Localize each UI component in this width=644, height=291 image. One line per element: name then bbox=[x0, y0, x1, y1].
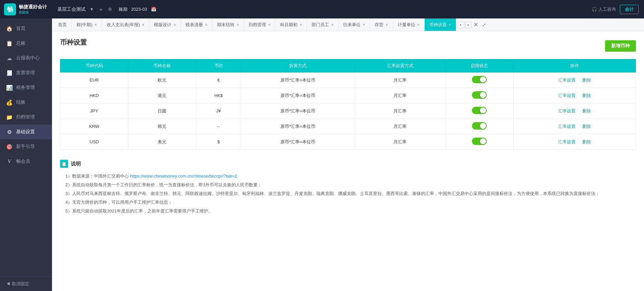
tab-template[interactable]: 模版设计 × bbox=[149, 18, 181, 31]
cell-name: 美元 bbox=[128, 134, 196, 150]
tab-prev-btn[interactable]: ‹ bbox=[458, 21, 464, 28]
sidebar-item-guide[interactable]: 🎯 新手引导 bbox=[0, 139, 52, 154]
guide-icon: 🎯 bbox=[6, 143, 13, 150]
toggle-enabled[interactable] bbox=[472, 107, 487, 114]
cell-code: HKD bbox=[60, 88, 128, 103]
sidebar-item-closing[interactable]: 💰 结账 bbox=[0, 95, 52, 110]
tab-contacts[interactable]: 往来单位 × bbox=[338, 18, 370, 31]
table-row: HKD 港元 HK$ 原币*汇率=本位币 月汇率 汇率设置 删除 bbox=[60, 88, 636, 103]
tab-close-template[interactable]: × bbox=[173, 22, 176, 27]
tab-close-financial-mid[interactable]: × bbox=[95, 22, 97, 27]
consult-button[interactable]: 🎧 人工咨询 bbox=[592, 6, 616, 12]
add-currency-button[interactable]: 新增币种 bbox=[605, 40, 636, 52]
toggle-enabled[interactable] bbox=[472, 91, 487, 99]
topbar-right: 🎧 人工咨询 会计 bbox=[592, 5, 639, 14]
tab-close-currency[interactable]: × bbox=[449, 22, 451, 27]
tab-archive[interactable]: 归档管理 × bbox=[244, 18, 275, 31]
headset-icon: 🎧 bbox=[592, 7, 597, 12]
cell-rate-type: 月汇率 bbox=[355, 88, 445, 103]
delete-link[interactable]: 删除 bbox=[582, 108, 591, 113]
notes-list: 1）数据来源：中国外汇交易中心 https://www.chinamoney.c… bbox=[60, 172, 636, 215]
tab-financial-mid[interactable]: 财(中期) × bbox=[72, 18, 102, 31]
rate-setting-link[interactable]: 汇率设置 bbox=[558, 139, 576, 144]
company-settings-icon[interactable]: ⚙ bbox=[108, 7, 112, 12]
cell-status bbox=[445, 88, 514, 103]
rate-setting-link[interactable]: 汇率设置 bbox=[558, 93, 576, 98]
tab-home[interactable]: 首页 bbox=[53, 18, 72, 31]
home-icon: 🏠 bbox=[6, 25, 13, 32]
table-row: USD 美元 $ 原币*汇率=本位币 月汇率 汇率设置 删除 bbox=[60, 134, 636, 150]
tab-income-annual[interactable]: 收入支出表(年报) × bbox=[102, 18, 150, 31]
add-company-icon[interactable]: ＋ bbox=[98, 5, 104, 13]
member-icon: V bbox=[6, 158, 13, 165]
tab-currency[interactable]: 币种设置 × bbox=[425, 18, 456, 31]
sidebar-item-invoice[interactable]: 🧾 发票管理 bbox=[0, 65, 52, 80]
cell-rate-type: 月汇率 bbox=[355, 134, 445, 150]
cell-calc: 原币*汇率=本位币 bbox=[241, 119, 355, 134]
toggle-enabled[interactable] bbox=[472, 138, 487, 145]
delete-link[interactable]: 删除 bbox=[582, 78, 591, 83]
tab-unit[interactable]: 计量单位 × bbox=[393, 18, 425, 31]
cell-actions: 汇率设置 删除 bbox=[514, 134, 636, 150]
cell-actions: 汇率设置 删除 bbox=[514, 88, 636, 103]
toggle-enabled[interactable] bbox=[472, 122, 487, 130]
sidebar-item-ledger[interactable]: 📋 总账 bbox=[0, 36, 52, 51]
delete-link[interactable]: 删除 bbox=[582, 93, 591, 98]
sidebar-item-reports[interactable]: ☁ 云报表中心 bbox=[0, 51, 52, 65]
tab-close-unit[interactable]: × bbox=[417, 22, 420, 27]
sidebar-item-archive[interactable]: 📁 归档管理 bbox=[0, 110, 52, 125]
calendar-icon[interactable]: 📅 bbox=[151, 7, 156, 12]
sidebar-item-tax[interactable]: 📊 税务管理 bbox=[0, 80, 52, 95]
table-row: EUR 欧元 € 原币*汇率=本位币 月汇率 汇率设置 删除 bbox=[60, 72, 636, 88]
logo-icon: 畅 bbox=[4, 3, 16, 15]
col-code: 币种代码 bbox=[60, 59, 128, 72]
sidebar-item-member[interactable]: V 畅会员 bbox=[0, 154, 52, 169]
tab-tax-list[interactable]: 税表清册 × bbox=[181, 18, 212, 31]
tab-inventory[interactable]: 存货 × bbox=[370, 18, 393, 31]
tab-next-btn[interactable]: › bbox=[465, 21, 472, 28]
cell-actions: 汇率设置 删除 bbox=[514, 72, 636, 88]
note-item: 3）人民币对马来西亚林吉特、俄罗斯卢布、南非兰特、韩元、阿联酋迪拉姆、沙特里亚尔… bbox=[60, 189, 636, 198]
chinamoney-link[interactable]: https://www.chinamoney.com.cn/chinese/bk… bbox=[130, 174, 237, 179]
sidebar-pin-toggle[interactable]: ◀ 取消固定 bbox=[0, 277, 52, 291]
delete-link[interactable]: 删除 bbox=[582, 124, 591, 129]
tab-close-period-transfer[interactable]: × bbox=[236, 22, 239, 27]
currency-table: 币种代码 币种名称 币符 折算方式 汇率设置方式 启用状态 操作 EUR 欧元 … bbox=[60, 59, 636, 150]
sidebar-item-settings[interactable]: ⚙ 基础设置 bbox=[0, 125, 52, 139]
close-all-tabs-btn[interactable]: ✕ bbox=[472, 21, 480, 28]
sidebar: 畅 畅捷通好会计 旗舰版 🏠 首页 📋 总账 ☁ 云报表中心 🧾 发票管理 bbox=[0, 0, 52, 291]
company-dropdown-icon[interactable]: ▼ bbox=[90, 7, 94, 12]
topbar: 基层工会测试 ▼ ＋ ⚙ 账期 2023-03 📅 🎧 人工咨询 会计 bbox=[52, 0, 644, 18]
account-button[interactable]: 会计 bbox=[620, 5, 639, 14]
tabbar: 首页 财(中期) × 收入支出表(年报) × 模版设计 × 税表清册 × 期末结… bbox=[52, 18, 644, 31]
sidebar-item-home[interactable]: 🏠 首页 bbox=[0, 21, 52, 36]
table-row: JPY 日圆 J¥ 原币*汇率=本位币 月汇率 汇率设置 删除 bbox=[60, 103, 636, 119]
tab-subject-initial[interactable]: 科目期初 × bbox=[275, 18, 307, 31]
page-content: 币种设置 新增币种 币种代码 币种名称 币符 折算方式 汇率设置方式 启用状态 … bbox=[52, 31, 644, 291]
cell-calc: 原币*汇率=本位币 bbox=[241, 103, 355, 119]
tab-close-dept-employee[interactable]: × bbox=[331, 22, 333, 27]
tab-close-contacts[interactable]: × bbox=[363, 22, 365, 27]
cell-status bbox=[445, 134, 514, 150]
cell-status bbox=[445, 119, 514, 134]
cell-actions: 汇率设置 删除 bbox=[514, 103, 636, 119]
tab-close-inventory[interactable]: × bbox=[385, 22, 388, 27]
col-symbol: 币符 bbox=[196, 59, 241, 72]
rate-setting-link[interactable]: 汇率设置 bbox=[558, 124, 576, 129]
tab-close-archive[interactable]: × bbox=[268, 22, 270, 27]
tab-dept-employee[interactable]: 部门员工 × bbox=[307, 18, 338, 31]
tax-icon: 📊 bbox=[6, 84, 13, 91]
notes-icon: 📋 bbox=[60, 160, 68, 168]
page-header: 币种设置 新增币种 bbox=[60, 38, 636, 54]
toggle-enabled[interactable] bbox=[472, 76, 487, 83]
tab-close-income-annual[interactable]: × bbox=[142, 22, 144, 27]
tab-close-subject-initial[interactable]: × bbox=[300, 22, 302, 27]
rate-setting-link[interactable]: 汇率设置 bbox=[558, 78, 576, 83]
delete-link[interactable]: 删除 bbox=[582, 139, 591, 144]
col-status: 启用状态 bbox=[445, 59, 514, 72]
rate-setting-link[interactable]: 汇率设置 bbox=[558, 108, 576, 113]
tab-close-tax-list[interactable]: × bbox=[205, 22, 207, 27]
expand-btn[interactable]: ⤢ bbox=[480, 22, 488, 28]
tab-period-transfer[interactable]: 期末结转 × bbox=[212, 18, 244, 31]
col-name: 币种名称 bbox=[128, 59, 196, 72]
